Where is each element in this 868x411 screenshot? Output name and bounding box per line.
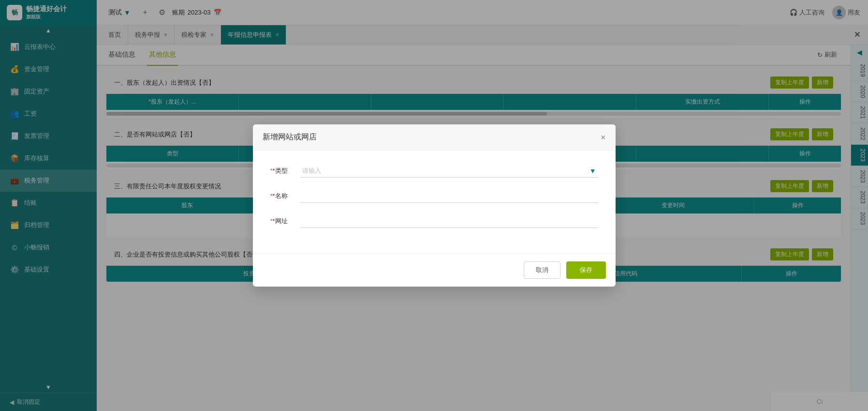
modal-body: **类型 ▼ **名称 **网址 — [253, 151, 616, 253]
cancel-button[interactable]: 取消 — [524, 261, 560, 279]
name-input-wrap — [300, 189, 598, 203]
modal-overlay: 新增网站或网店 × **类型 ▼ **名称 — [0, 0, 868, 411]
name-label: **名称 — [270, 192, 294, 200]
modal-title: 新增网站或网店 — [263, 132, 317, 142]
modal-add-website: 新增网站或网店 × **类型 ▼ **名称 — [253, 124, 616, 287]
name-input[interactable] — [300, 189, 598, 202]
save-button[interactable]: 保存 — [566, 261, 606, 279]
type-input[interactable] — [300, 164, 588, 177]
url-input[interactable] — [300, 214, 598, 228]
type-dropdown-arrow[interactable]: ▼ — [588, 167, 598, 175]
form-row-type: **类型 ▼ — [270, 164, 598, 178]
form-row-name: **名称 — [270, 189, 598, 203]
modal-header: 新增网站或网店 × — [253, 124, 616, 151]
modal-footer: 取消 保存 — [253, 253, 616, 287]
url-label: **网址 — [270, 217, 294, 226]
type-input-wrap: ▼ — [300, 164, 598, 178]
form-row-url: **网址 — [270, 214, 598, 228]
modal-close-button[interactable]: × — [601, 133, 606, 142]
url-input-wrap — [300, 214, 598, 228]
type-label: **类型 — [270, 167, 294, 175]
